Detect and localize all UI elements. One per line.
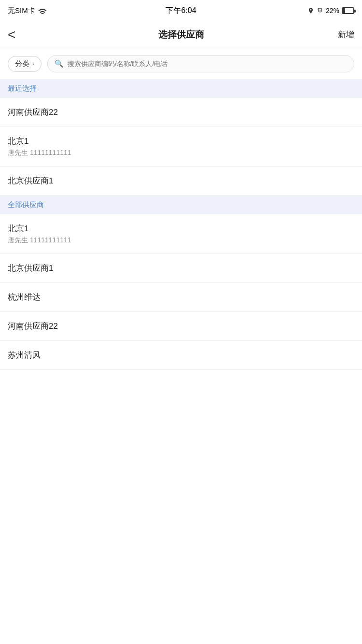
all-section-header: 全部供应商 xyxy=(0,196,362,214)
search-icon: 🔍 xyxy=(55,59,64,68)
chevron-right-icon: › xyxy=(32,61,34,67)
item-name: 北京供应商1 xyxy=(8,175,354,186)
battery-icon xyxy=(342,7,354,14)
list-item[interactable]: 北京供应商1 xyxy=(0,167,362,196)
list-item[interactable]: 苏州清风 xyxy=(0,341,362,370)
list-item[interactable]: 北京1唐先生 11111111111 xyxy=(0,214,362,254)
item-sub: 唐先生 11111111111 xyxy=(8,236,354,245)
wifi-icon xyxy=(38,7,47,14)
item-name: 河南供应商22 xyxy=(8,107,354,118)
item-name: 河南供应商22 xyxy=(8,321,354,332)
location-icon xyxy=(307,7,314,14)
back-button[interactable]: < xyxy=(8,27,29,42)
item-name: 北京1 xyxy=(8,223,354,234)
battery-text: 22% xyxy=(326,7,339,14)
status-left: 无SIM卡 xyxy=(8,6,47,15)
category-button[interactable]: 分类 › xyxy=(8,56,42,72)
list-item[interactable]: 北京1唐先生 11111111111 xyxy=(0,127,362,167)
status-right: 22% xyxy=(307,7,354,14)
list-item[interactable]: 河南供应商22 xyxy=(0,312,362,341)
search-box[interactable]: 🔍 xyxy=(47,55,354,72)
recent-list: 河南供应商22北京1唐先生 11111111111北京供应商1 xyxy=(0,98,362,196)
list-item[interactable]: 杭州维达 xyxy=(0,283,362,312)
alarm-icon xyxy=(317,7,323,14)
recent-section-header: 最近选择 xyxy=(0,79,362,98)
page-title: 选择供应商 xyxy=(158,28,204,41)
list-item[interactable]: 河南供应商22 xyxy=(0,98,362,127)
item-name: 苏州清风 xyxy=(8,350,354,361)
status-bar: 无SIM卡 下午6:04 22% xyxy=(0,0,362,21)
item-sub: 唐先生 11111111111 xyxy=(8,149,354,157)
search-input[interactable] xyxy=(68,60,347,68)
item-name: 北京1 xyxy=(8,136,354,147)
list-item[interactable]: 北京供应商1 xyxy=(0,254,362,283)
nav-bar: < 选择供应商 新增 xyxy=(0,21,362,48)
carrier-text: 无SIM卡 xyxy=(8,6,35,15)
filter-row: 分类 › 🔍 xyxy=(0,48,362,79)
item-name: 北京供应商1 xyxy=(8,263,354,274)
item-name: 杭州维达 xyxy=(8,292,354,303)
status-time: 下午6:04 xyxy=(166,6,196,16)
add-button[interactable]: 新增 xyxy=(333,29,354,40)
all-list: 北京1唐先生 11111111111北京供应商1杭州维达河南供应商22苏州清风 xyxy=(0,214,362,370)
category-label: 分类 xyxy=(15,59,29,69)
